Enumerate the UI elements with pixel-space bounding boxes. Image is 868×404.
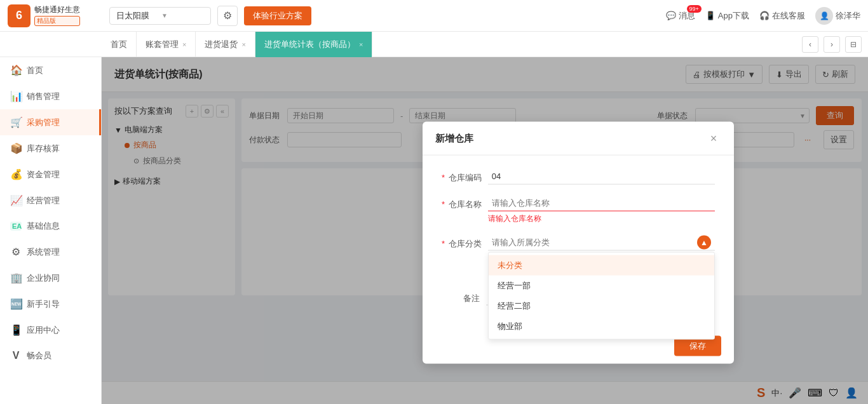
store-dropdown-arrow: ▼ — [161, 12, 204, 19]
gear-icon: ⚙ — [223, 10, 232, 22]
message-badge: 99+ — [687, 5, 702, 13]
sidebar-item-home[interactable]: 🏠 首页 — [0, 57, 101, 83]
sidebar-item-basic[interactable]: EA 基础信息 — [0, 213, 101, 239]
sidebar: 🏠 首页 📊 销售管理 🛒 采购管理 📦 库存核算 💰 资金管理 📈 经营管理 … — [0, 57, 102, 404]
top-header: 6 畅捷通好生意 精品版 日太阳膜 ▼ ⚙ 体验行业方案 💬 消息 99+ 📱 … — [0, 0, 868, 32]
category-select-wrap: ▲ 未分类 经营一部 经营二部 物业部 — [488, 234, 715, 251]
req-star-2: * — [442, 199, 445, 209]
tab-more[interactable]: ⊟ — [845, 36, 862, 53]
sidebar-item-member[interactable]: V 畅会员 — [0, 343, 101, 368]
messages-btn[interactable]: 💬 消息 99+ — [666, 10, 695, 22]
logo-icon: 6 — [8, 4, 31, 27]
user-menu[interactable]: 👤 徐泽华 — [815, 7, 860, 25]
name-error-msg: 请输入仓库名称 — [488, 213, 715, 224]
dropdown-item-unclassified[interactable]: 未分类 — [489, 255, 714, 276]
sidebar-item-app[interactable]: 📱 应用中心 — [0, 317, 101, 343]
name-field-wrap: 请输入仓库名称 — [488, 195, 715, 224]
tab-account-label: 账套管理 — [146, 39, 179, 50]
system-icon: ⚙ — [10, 246, 22, 258]
sidebar-item-label: 经营管理 — [27, 195, 60, 206]
modal-title: 新增仓库 — [435, 132, 473, 144]
tab-scroll-left[interactable]: ‹ — [802, 36, 818, 53]
dropdown-item-dept2[interactable]: 经营二部 — [489, 296, 714, 316]
tab-scroll-right[interactable]: › — [824, 36, 840, 53]
avatar: 👤 — [815, 7, 833, 25]
category-dropdown-btn[interactable]: ▲ — [697, 236, 711, 250]
sidebar-item-label: 基础信息 — [27, 220, 60, 232]
tab-account[interactable]: 账套管理 × — [137, 32, 196, 57]
online-service-btn[interactable]: 🎧 在线客服 — [759, 10, 805, 22]
settings-button[interactable]: ⚙ — [217, 6, 238, 26]
tab-purchase-return-close[interactable]: × — [241, 41, 245, 48]
sidebar-item-label: 首页 — [27, 65, 43, 76]
sidebar-item-label: 新手引导 — [27, 299, 60, 310]
sidebar-item-label: 企业协同 — [27, 273, 60, 284]
tab-purchase-return-label: 进货退货 — [205, 39, 238, 50]
logo-area: 6 畅捷通好生意 精品版 — [8, 4, 103, 27]
tab-account-close[interactable]: × — [182, 41, 186, 48]
tab-controls: ‹ › ⊟ — [802, 36, 868, 53]
dropdown-item-dept1[interactable]: 经营一部 — [489, 276, 714, 296]
enterprise-icon: 🏢 — [10, 272, 22, 284]
store-selector[interactable]: 日太阳膜 ▼ — [109, 7, 211, 25]
purchase-icon: 🛒 — [10, 116, 22, 128]
header-right: 💬 消息 99+ 📱 App下载 🎧 在线客服 👤 徐泽华 — [666, 7, 860, 25]
online-service-label: 在线客服 — [772, 10, 805, 22]
sidebar-item-finance[interactable]: 💰 资金管理 — [0, 161, 101, 187]
app-icon: 📱 — [10, 324, 22, 336]
sidebar-item-label: 采购管理 — [27, 117, 60, 128]
app-download-btn[interactable]: 📱 App下载 — [705, 10, 749, 22]
message-icon: 💬 — [666, 11, 676, 20]
sidebar-item-enterprise[interactable]: 🏢 企业协同 — [0, 265, 101, 291]
sidebar-item-label: 应用中心 — [27, 325, 60, 336]
sidebar-item-sales[interactable]: 📊 销售管理 — [0, 83, 101, 109]
code-input[interactable] — [488, 168, 715, 185]
inventory-icon: 📦 — [10, 142, 22, 154]
sidebar-item-label: 资金管理 — [27, 169, 60, 180]
operations-icon: 📈 — [10, 194, 22, 206]
form-row-category: * 仓库分类 ▲ 未分类 经营一部 经营二部 物业部 — [442, 234, 715, 251]
store-name: 日太阳膜 — [116, 10, 159, 22]
modal-close-button[interactable]: × — [706, 131, 721, 146]
new-warehouse-modal: 新增仓库 × * 仓库编码 * 仓库名称 — [423, 122, 734, 364]
sidebar-item-system[interactable]: ⚙ 系统管理 — [0, 239, 101, 265]
code-label: * 仓库编码 — [442, 168, 488, 184]
trial-button[interactable]: 体验行业方案 — [244, 6, 311, 25]
main-layout: 🏠 首页 📊 销售管理 🛒 采购管理 📦 库存核算 💰 资金管理 📈 经营管理 … — [0, 57, 868, 404]
note-label: 备注 — [442, 289, 486, 304]
modal-body: * 仓库编码 * 仓库名称 请输入仓库名称 — [423, 156, 734, 328]
form-row-name: * 仓库名称 请输入仓库名称 — [442, 195, 715, 224]
name-label: * 仓库名称 — [442, 195, 488, 210]
sidebar-item-label: 库存核算 — [27, 143, 60, 154]
name-input[interactable] — [488, 195, 715, 212]
modal-header: 新增仓库 × — [423, 122, 734, 156]
app-download-label: App下载 — [718, 10, 749, 22]
tab-bar: 首页 账套管理 × 进货退货 × 进货单统计表（按商品） × ‹ › ⊟ — [0, 32, 868, 57]
username: 徐泽华 — [836, 10, 860, 22]
sidebar-item-operations[interactable]: 📈 经营管理 — [0, 187, 101, 213]
req-star: * — [442, 173, 445, 182]
req-star-3: * — [442, 239, 445, 248]
dropdown-item-property[interactable]: 物业部 — [489, 316, 714, 337]
sidebar-item-guide[interactable]: 🆕 新手引导 — [0, 291, 101, 317]
finance-icon: 💰 — [10, 168, 22, 180]
sales-icon: 📊 — [10, 90, 22, 102]
sidebar-item-inventory[interactable]: 📦 库存核算 — [0, 135, 101, 161]
phone-icon: 📱 — [705, 11, 715, 20]
headset-icon: 🎧 — [759, 11, 770, 20]
tab-purchase-return[interactable]: 进货退货 × — [196, 32, 255, 57]
sidebar-item-label: 销售管理 — [27, 91, 60, 102]
tab-purchase-stat-close[interactable]: × — [359, 41, 363, 48]
sidebar-item-purchase[interactable]: 🛒 采购管理 — [0, 109, 101, 135]
sidebar-item-label: 畅会员 — [27, 350, 51, 361]
tab-home[interactable]: 首页 — [102, 32, 137, 57]
sidebar-item-label: 系统管理 — [27, 246, 60, 258]
category-input[interactable] — [488, 234, 715, 251]
logo-text: 畅捷通好生意 — [34, 5, 80, 15]
guide-icon: 🆕 — [10, 298, 22, 310]
basic-icon: EA — [10, 222, 22, 231]
tab-purchase-stat[interactable]: 进货单统计表（按商品） × — [255, 32, 372, 57]
logo-badge: 精品版 — [34, 16, 80, 26]
member-icon: V — [10, 350, 22, 361]
tab-home-label: 首页 — [111, 39, 127, 50]
